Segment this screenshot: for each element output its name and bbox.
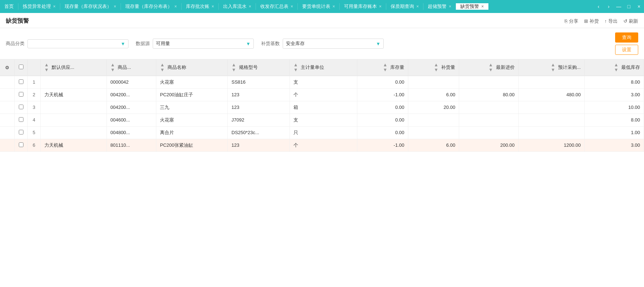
table-row: 4004600...火花塞J7092支0.008.00: [0, 114, 644, 126]
table-row: 10000042火花塞SS816支0.008.00: [0, 76, 644, 88]
tab-item-overstock[interactable]: 超储预警×: [423, 3, 456, 10]
row-cell-spec: SS816: [228, 76, 290, 88]
row-cell-unit: 个: [290, 139, 357, 151]
col-est-purchase[interactable]: ▲▼ 预计采购...: [518, 59, 584, 76]
col-name[interactable]: ▲▼ 商品名称: [156, 59, 228, 76]
row-cell-stock: -1.00: [357, 88, 408, 101]
col-spec[interactable]: ▲▼ 规格型号: [228, 59, 290, 76]
tab-item-inventory-dist[interactable]: 现存量（库存分布表）×: [121, 3, 182, 10]
datasource-filter-group: 数据源 可用量 ▼: [136, 39, 254, 49]
table-row: 6力天机械801110...PC200张紧油缸123个-1.006.00200.…: [0, 139, 644, 151]
row-checkbox[interactable]: [19, 105, 23, 109]
window-maximize-button[interactable]: □: [624, 0, 634, 13]
row-checkbox[interactable]: [19, 79, 23, 84]
replenish-filter-select[interactable]: 安全库存 ▼: [283, 39, 384, 49]
row-cell-replenish: [408, 76, 459, 88]
row-cell-name: 离合片: [156, 126, 228, 139]
tab-item-refine[interactable]: 拣货异常处理×: [18, 3, 60, 10]
row-cell-stock: 0.00: [357, 126, 408, 139]
row-cell-supplier: [40, 101, 106, 114]
row-number: 4: [27, 114, 40, 126]
row-checkbox-cell: [14, 76, 27, 88]
row-cell-name: 火花塞: [156, 76, 228, 88]
tab-close-available[interactable]: ×: [379, 4, 382, 9]
window-minimize-button[interactable]: —: [614, 0, 624, 13]
tab-close-batch[interactable]: ×: [212, 4, 214, 9]
tab-close-inout[interactable]: ×: [249, 4, 251, 9]
data-table: ⚙ ▲▼ 默认供应... ▲▼ 商品...: [0, 59, 644, 152]
tab-close-overstock[interactable]: ×: [449, 4, 451, 9]
row-cell-name: 三九: [156, 101, 228, 114]
page-header: 缺货预警 ⎘ 分享 ⊞ 补货 ↑ 导出 ↺ 刷新: [0, 13, 644, 28]
row-cell-min_stock: 8.00: [584, 76, 644, 88]
tab-item-home[interactable]: 首页: [0, 3, 18, 10]
col-settings[interactable]: ⚙: [0, 59, 14, 76]
refresh-action[interactable]: ↺ 刷新: [623, 18, 638, 25]
col-code[interactable]: ▲▼ 商品...: [106, 59, 156, 76]
tab-item-shortage[interactable]: 缺货预警×: [456, 3, 488, 10]
datasource-filter-select[interactable]: 可用量 ▼: [153, 39, 254, 49]
gear-icon[interactable]: ⚙: [5, 65, 9, 70]
query-button[interactable]: 查询: [615, 32, 638, 43]
row-cell-code: 004200...: [106, 88, 156, 101]
tab-item-collect[interactable]: 收发存汇总表×: [256, 3, 298, 10]
row-checkbox[interactable]: [19, 130, 23, 134]
export-icon: ↑: [605, 18, 607, 24]
tab-close-shortage[interactable]: ×: [481, 4, 484, 9]
tab-close-inventory-dist[interactable]: ×: [174, 4, 177, 9]
replenish-filter-arrow: ▼: [376, 41, 380, 47]
row-gear-cell: [0, 139, 14, 151]
tab-close-collect[interactable]: ×: [291, 4, 293, 9]
tab-close-expiry[interactable]: ×: [416, 4, 419, 9]
tab-item-batch[interactable]: 库存批次账×: [182, 3, 219, 10]
row-gear-cell: [0, 88, 14, 101]
tab-item-require[interactable]: 要货单统计表×: [298, 3, 340, 10]
row-checkbox[interactable]: [19, 92, 23, 97]
row-cell-supplier: 力天机械: [40, 88, 106, 101]
restock-icon: ⊞: [584, 18, 588, 24]
window-close-button[interactable]: ×: [634, 0, 644, 13]
unit-sort-icon: ▲▼: [293, 62, 298, 73]
col-unit[interactable]: ▲▼ 主计量单位: [290, 59, 357, 76]
main-content: 缺货预警 ⎘ 分享 ⊞ 补货 ↑ 导出 ↺ 刷新: [0, 13, 644, 287]
tab-next-button[interactable]: ›: [604, 0, 614, 13]
row-checkbox[interactable]: [19, 142, 23, 147]
col-replenish[interactable]: ▲▼ 补货量: [408, 59, 459, 76]
row-cell-spec: 123: [228, 88, 290, 101]
col-supplier[interactable]: ▲▼ 默认供应...: [40, 59, 106, 76]
row-cell-unit: 支: [290, 114, 357, 126]
category-filter-select[interactable]: ▼: [27, 39, 129, 48]
row-checkbox[interactable]: [19, 117, 23, 122]
tab-close-require[interactable]: ×: [332, 4, 335, 9]
row-cell-name: 火花塞: [156, 114, 228, 126]
col-stock[interactable]: ▲▼ 库存量: [357, 59, 408, 76]
tab-item-inout[interactable]: 出入库流水×: [219, 3, 256, 10]
settings-button[interactable]: 设置: [615, 45, 638, 55]
col-min-stock[interactable]: ▲▼ 最低库存: [584, 59, 644, 76]
row-cell-code: 0000042: [106, 76, 156, 88]
row-gear-cell: [0, 114, 14, 126]
row-cell-est_purchase: 1200.00: [518, 139, 584, 151]
row-cell-spec: J7092: [228, 114, 290, 126]
est-purchase-sort-icon: ▲▼: [551, 62, 555, 73]
row-cell-supplier: 力天机械: [40, 139, 106, 151]
row-cell-supplier: [40, 76, 106, 88]
export-action[interactable]: ↑ 导出: [605, 18, 618, 25]
row-cell-min_stock: 3.00: [584, 139, 644, 151]
row-cell-unit: 个: [290, 88, 357, 101]
col-latest-price[interactable]: ▲▼ 最新进价: [459, 59, 518, 76]
restock-action[interactable]: ⊞ 补货: [584, 18, 599, 25]
tab-item-expiry[interactable]: 保质期查询×: [386, 3, 423, 10]
tab-item-inventory-status[interactable]: 现存量（库存状况表）×: [60, 3, 121, 10]
table-row: 5004800...离合片DS250*23c...只0.001.00: [0, 126, 644, 139]
tab-close-refine[interactable]: ×: [53, 4, 56, 9]
tab-prev-button[interactable]: ‹: [593, 0, 604, 13]
tab-close-inventory-status[interactable]: ×: [114, 4, 116, 9]
row-gear-cell: [0, 126, 14, 139]
share-action[interactable]: ⎘ 分享: [565, 18, 578, 25]
tab-item-available[interactable]: 可用量库存账本×: [340, 3, 386, 10]
restock-label: 补货: [589, 18, 599, 25]
select-all-checkbox[interactable]: [19, 65, 23, 69]
row-cell-replenish: 20.00: [408, 101, 459, 114]
datasource-filter-label: 数据源: [136, 40, 150, 47]
